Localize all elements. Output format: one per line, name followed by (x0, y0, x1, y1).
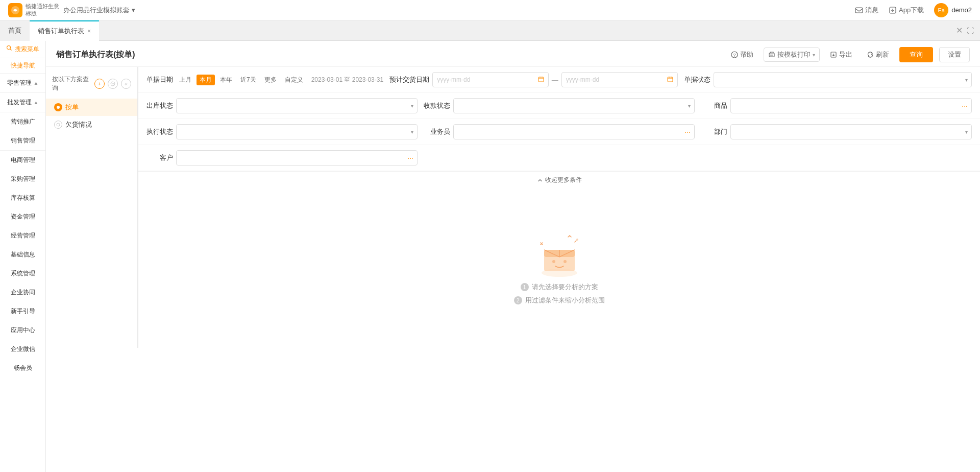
date-label: 单据日期 (146, 75, 173, 84)
delivery-status-label: 出库状态 (146, 101, 173, 110)
empty-hint-2: 2 用过滤条件来缩小分析范围 (514, 296, 605, 305)
sidebar-quick-nav[interactable]: 快捷导航 (0, 58, 45, 74)
user-menu[interactable]: Ea demo2 (934, 3, 972, 17)
status-select-wrapper: 待确认 已确认 执行中 已完成 已取消 ▾ (714, 72, 972, 87)
expected-date-label: 预计交货日期 (389, 75, 429, 84)
sidebar-item-appstore[interactable]: 应用中心 (0, 321, 45, 340)
svg-text:?: ? (733, 53, 736, 58)
status-select[interactable]: 待确认 已确认 执行中 已完成 已取消 (714, 72, 972, 87)
user-name: demo2 (951, 6, 972, 14)
expected-date-to[interactable]: yyyy-mm-dd (561, 72, 678, 87)
product-input[interactable] (730, 98, 972, 113)
window-close-icon[interactable]: ✕ (956, 26, 963, 35)
delivery-status-select[interactable]: 未出库 部分出库 全部出库 (176, 98, 418, 113)
template-print-button[interactable]: 按模板打印 ▾ (764, 48, 820, 62)
payment-status-select[interactable]: 未收款 部分收款 全部收款 (453, 98, 695, 113)
breadcrumb-dropdown[interactable]: 办公用品行业模拟账套 ▾ (63, 6, 135, 15)
expected-date-field: 预计交货日期 yyyy-mm-dd — yyyy-mm-dd (389, 72, 677, 87)
content-area: 销售订单执行表(按单) ? 帮助 按模板打印 ▾ 导出 刷新 (46, 41, 980, 472)
date-tab-this-year[interactable]: 本年 (217, 75, 235, 85)
sidebar-item-system[interactable]: 系统管理 (0, 264, 45, 283)
filter-nav-dot-active (54, 103, 62, 111)
sidebar-item-finance[interactable]: 资金管理 (0, 207, 45, 226)
svg-point-3 (7, 46, 10, 50)
filter-nav-dot-inactive (54, 121, 62, 129)
filter-row-2: 出库状态 未出库 部分出库 全部出库 ▾ 收款状态 (138, 93, 980, 119)
salesperson-input-wrapper: ··· (453, 124, 695, 139)
customer-input[interactable] (176, 150, 418, 166)
svg-point-11 (112, 83, 113, 84)
export-button[interactable]: 导出 (826, 48, 856, 61)
svg-point-29 (564, 260, 567, 263)
tab-bar-actions: ✕ ⛶ (956, 26, 980, 35)
app-download-button[interactable]: App下载 (889, 6, 924, 15)
tab-bar: 首页 销售订单执行表 × ✕ ⛶ (0, 20, 980, 41)
edit-scheme-button[interactable] (108, 79, 118, 89)
tab-sales-order[interactable]: 销售订单执行表 × (30, 20, 99, 41)
tab-close-icon[interactable]: × (87, 28, 91, 35)
expected-date-from[interactable]: yyyy-mm-dd (432, 72, 549, 87)
filter-nav-item-shortage[interactable]: 欠货情况 (46, 116, 137, 133)
sidebar-item-purchase[interactable]: 采购管理 (0, 170, 45, 188)
page-header-actions: ? 帮助 按模板打印 ▾ 导出 刷新 查询 设置 (727, 47, 970, 62)
date-dash: — (552, 76, 558, 84)
sidebar-item-guide[interactable]: 新手引导 (0, 302, 45, 321)
filter-sidebar-header: 按以下方案查询 + « (46, 73, 137, 95)
sidebar-section-wholesale: 批发管理 ▲ (0, 93, 45, 112)
execution-status-label: 执行状态 (146, 127, 173, 136)
tab-home[interactable]: 首页 (0, 20, 30, 41)
help-button[interactable]: ? 帮助 (727, 48, 757, 61)
sidebar-item-wechat[interactable]: 企业微信 (0, 340, 45, 359)
execution-status-select[interactable]: 未开始 进行中 已完成 (176, 124, 418, 139)
date-field: 单据日期 上月 本月 本年 近7天 更多 自定义 2023-03-01 至 20… (146, 75, 383, 85)
payment-status-select-wrapper: 未收款 部分收款 全部收款 ▾ (453, 98, 695, 113)
date-tabs: 上月 本月 本年 近7天 更多 自定义 (176, 75, 306, 85)
execution-status-select-wrapper: 未开始 进行中 已完成 ▾ (176, 124, 418, 139)
svg-point-30 (576, 239, 578, 241)
filter-row-3: 执行状态 未开始 进行中 已完成 ▾ 业务员 (138, 119, 980, 145)
filter-form-area: 单据日期 上月 本月 本年 近7天 更多 自定义 2023-03-01 至 20… (138, 67, 980, 348)
settings-button[interactable]: 设置 (939, 47, 970, 62)
sidebar-item-operations[interactable]: 经营管理 (0, 226, 45, 245)
payment-status-field: 收款状态 未收款 部分收款 全部收款 ▾ (424, 98, 695, 113)
sidebar-item-retail[interactable]: 零售管理 ▲ (0, 74, 45, 92)
sidebar-item-collab[interactable]: 企业协同 (0, 283, 45, 302)
main-layout: 搜索菜单 快捷导航 零售管理 ▲ 批发管理 ▲ 营销推广 销售管理 (0, 41, 980, 472)
sidebar-item-marketing[interactable]: 营销推广 (0, 112, 45, 131)
sidebar-item-sales[interactable]: 销售管理 (0, 131, 45, 150)
salesperson-field: 业务员 ··· (424, 124, 695, 139)
sidebar-section-retail: 零售管理 ▲ (0, 74, 45, 93)
sidebar-item-basic[interactable]: 基础信息 (0, 245, 45, 264)
search-button[interactable]: 查询 (899, 47, 933, 62)
filter-sidebar-title: 按以下方案查询 (52, 75, 94, 92)
date-tab-custom[interactable]: 自定义 (282, 75, 306, 85)
date-tab-more[interactable]: 更多 (261, 75, 280, 85)
filter-sidebar: 按以下方案查询 + « 按单 (46, 67, 138, 348)
filter-nav-item-by-order[interactable]: 按单 (46, 99, 137, 116)
sidebar-item-ecommerce[interactable]: 电商管理 (0, 151, 45, 170)
sidebar-item-inventory[interactable]: 库存核算 (0, 188, 45, 207)
salesperson-input[interactable] (453, 124, 695, 139)
sidebar-item-wholesale[interactable]: 批发管理 ▲ (0, 93, 45, 112)
payment-status-label: 收款状态 (424, 101, 450, 110)
date-tab-this-month[interactable]: 本月 (197, 75, 215, 85)
collapse-scheme-button[interactable]: « (121, 79, 131, 89)
logo-area: 畅捷通好生意 标版 (8, 3, 59, 17)
refresh-button[interactable]: 刷新 (863, 48, 893, 61)
department-select[interactable] (730, 124, 972, 139)
salesperson-label: 业务员 (424, 127, 450, 136)
sidebar-search[interactable]: 搜索菜单 (0, 41, 45, 58)
page-title: 销售订单执行表(按单) (56, 50, 135, 60)
window-expand-icon[interactable]: ⛶ (967, 27, 974, 35)
breadcrumb-label: 办公用品行业模拟账套 (63, 6, 130, 15)
collapse-filter-button[interactable]: 收起更多条件 (138, 171, 980, 188)
svg-point-12 (112, 83, 113, 84)
sidebar-item-member[interactable]: 畅会员 (0, 359, 45, 377)
date-tab-last-month[interactable]: 上月 (176, 75, 194, 85)
add-scheme-button[interactable]: + (94, 79, 105, 89)
filter-panel: 按以下方案查询 + « 按单 (46, 67, 980, 348)
svg-rect-16 (538, 77, 544, 82)
status-field: 单据状态 待确认 已确认 执行中 已完成 已取消 ▾ (684, 72, 972, 87)
date-tab-7days[interactable]: 近7天 (237, 75, 259, 85)
message-button[interactable]: 消息 (855, 6, 878, 15)
